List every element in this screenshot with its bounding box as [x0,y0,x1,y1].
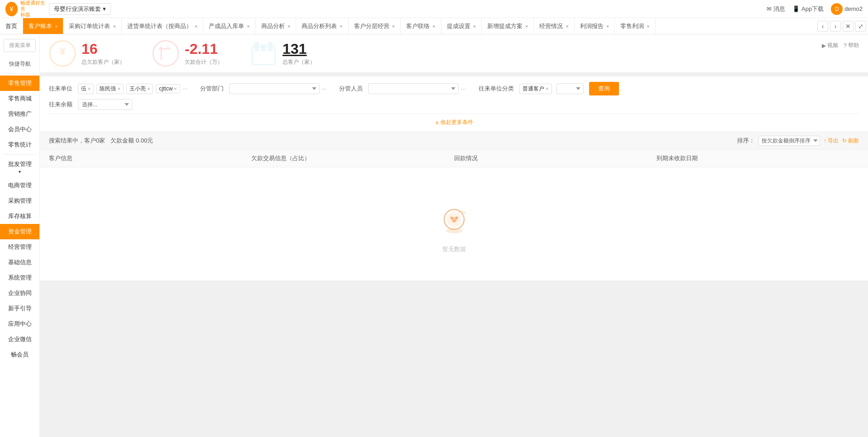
tab-customer-tier[interactable]: 客户分层经营 × [349,18,401,34]
tab-promotion-settings[interactable]: 提成设置 × [441,18,482,34]
sidebar-item-retail[interactable]: 零售管理 [0,76,39,91]
sidebar-item-basic-info[interactable]: 基础信息 [0,255,39,270]
close-tab-retail-profit[interactable]: × [647,24,649,29]
close-tab-instock[interactable]: × [247,24,249,29]
total-arrears-label: 欠款合计（万） [185,58,223,66]
close-tab-analysis-list[interactable]: × [340,24,342,29]
sidebar-item-app-center[interactable]: 应用中心 [0,316,39,332]
close-tab-analysis[interactable]: × [288,24,290,29]
table-header-due-date: 到期未收款日期 [657,154,859,162]
person-filter-select[interactable] [368,83,459,94]
nav-prev-btn[interactable]: ‹ [817,21,828,32]
tab-customer-book[interactable]: 客户账本 × [23,18,63,34]
filter-more-tags[interactable]: ··· [183,86,187,92]
close-tab-purchase[interactable]: × [113,24,115,29]
close-tab-ops[interactable]: × [566,24,568,29]
person-filter-wrap: ··· [368,83,466,94]
sidebar-item-ecommerce[interactable]: 电商管理 [0,178,39,193]
unit-filter-tags: 伍 × 陈民强 × 王小亮 × cjttcw × ··· [78,84,187,94]
sidebar-item-member[interactable]: 畅会员 [0,347,39,362]
person-filter-label: 分管人员 [339,85,363,93]
unit-filter-label: 往来单位 [49,85,72,93]
remove-tag-wu[interactable]: × [88,86,91,91]
sidebar-item-wholesale[interactable]: 批发管理 ▾ [0,157,39,178]
export-btn[interactable]: ↑ 导出 [824,137,839,145]
collapse-filter-btn[interactable]: ∧ 收起更多条件 [435,117,473,128]
sidebar-item-retail-shop[interactable]: 零售商城 [0,91,39,106]
sidebar-item-enterprise-wx[interactable]: 企业微信 [0,332,39,347]
video-help-btn[interactable]: ▶ 视频 [822,42,838,49]
sort-select[interactable]: 按欠款金额倒序排序 [758,136,820,146]
summary-item-1: ¥ 16 总欠款客户（家） [49,40,125,67]
close-tab-customer-book[interactable]: × [55,24,58,29]
quick-nav-link[interactable]: 快捷导航 [4,58,36,70]
help-btn[interactable]: ? 帮助 [844,42,859,49]
sidebar-item-finance[interactable]: 资金管理 [0,224,39,239]
person-filter-dots[interactable]: ··· [460,85,466,92]
tab-product-analysis-list[interactable]: 商品分析列表 × [296,18,348,34]
sidebar-item-newbie[interactable]: 新手引导 [0,301,39,316]
tab-product-instock[interactable]: 产成品入库单 × [203,18,255,34]
remove-tag-wang[interactable]: × [147,86,150,91]
sidebar-item-marketing[interactable]: 营销推广 [0,106,39,122]
close-tab-incoming[interactable]: × [195,24,197,29]
svg-point-11 [450,217,452,219]
total-customers-label: 总客户（家） [283,58,315,66]
avatar: D [831,3,843,15]
dept-filter-dots[interactable]: ··· [321,85,327,92]
sidebar-item-enterprise-coop[interactable]: 企业协同 [0,285,39,301]
sidebar-item-operations[interactable]: 经营管理 [0,239,39,255]
messages-btn[interactable]: ✉ 消息 [767,5,785,13]
close-tab-tier[interactable]: × [392,24,395,29]
filter-tag-wu: 伍 × [78,84,94,94]
tab-purchase-order-stats[interactable]: 采购订单统计表 × [63,18,121,34]
dept-filter-label: 分管部门 [200,85,224,93]
remove-tag-cjttcw[interactable]: × [174,86,177,91]
refresh-btn[interactable]: ↻ 刷新 [842,137,859,145]
tab-new-promotion[interactable]: 新增提成方案 × [482,18,534,34]
download-icon: 📱 [792,5,800,12]
query-button[interactable]: 查询 [589,82,619,95]
close-tab-contact[interactable]: × [432,24,435,29]
question-icon: ? [844,43,847,49]
tab-retail-profit[interactable]: 零售利润 × [615,18,655,34]
tab-customer-contact[interactable]: 客户联络 × [401,18,441,34]
nav-close-all-btn[interactable]: ✕ [843,21,854,32]
sidebar-item-purchase[interactable]: 采购管理 [0,193,39,209]
unit-class-select[interactable] [556,83,584,94]
nav-expand-btn[interactable]: ⤢ [855,21,866,32]
sidebar-item-system[interactable]: 系统管理 [0,270,39,285]
tab-operating-status[interactable]: 经营情况 × [534,18,574,34]
tab-profit-report[interactable]: 利润报告 × [575,18,615,34]
close-tab-profit[interactable]: × [606,24,609,29]
sidebar-item-retail-stats[interactable]: 零售统计 [0,137,39,152]
svg-rect-6 [261,44,266,51]
summary-bar: ¥ 16 总欠款客户（家） -2.11 欠款合计（万） [40,34,868,73]
help-links: ▶ 视频 ? 帮助 [822,40,859,49]
summary-item-2: -2.11 欠款合计（万） [152,40,223,67]
sidebar-item-inventory[interactable]: 库存核算 [0,209,39,224]
svg-marker-3 [167,44,171,49]
tab-incoming-stats[interactable]: 进货单统计表（按商品） × [122,18,203,34]
app-download-btn[interactable]: 📱 App下载 [792,5,824,13]
logo-icon: ¥ [5,2,18,16]
store-selector[interactable]: 母婴行业演示账套 ▾ [49,3,111,15]
close-tab-promotion[interactable]: × [473,24,476,29]
table-header: 客户信息 欠款交易信息（占比） 回款情况 到期未收款日期 [40,150,868,167]
total-customers-value: 131 [283,41,315,57]
search-menu-btn[interactable]: 搜索菜单 [4,39,36,52]
logo-area: ¥ 畅捷通好生意 标版 [5,0,45,18]
tab-home[interactable]: 首页 [0,18,23,34]
close-tab-new-promotion[interactable]: × [525,24,528,29]
nav-next-btn[interactable]: › [830,21,841,32]
remove-tag-common[interactable]: × [546,86,548,91]
logo-text: 畅捷通好生意 标版 [20,0,45,18]
summary-item-3: 131 总客户（家） [250,40,315,67]
tab-product-analysis[interactable]: 商品分析 × [256,18,296,34]
sidebar-item-member-center[interactable]: 会员中心 [0,122,39,137]
user-menu[interactable]: D demo2 [831,3,863,15]
dept-filter-select[interactable] [229,83,320,94]
svg-point-2 [153,41,178,66]
remainder-filter-select[interactable]: 选择... [78,99,132,110]
remove-tag-chen[interactable]: × [117,86,120,91]
